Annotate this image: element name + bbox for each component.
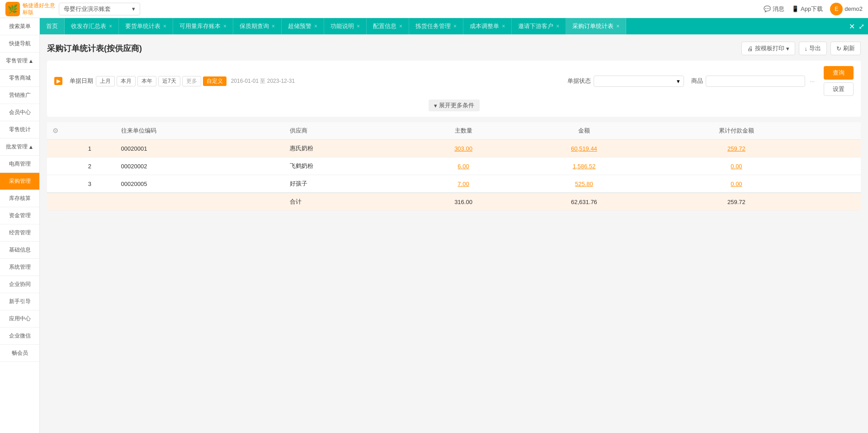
query-button[interactable]: 查询 [824,66,854,80]
date-shortcuts: 上月 本月 本年 近7天 更多 自定义 [96,76,226,86]
tab-cost-adjust[interactable]: 成本调整单 × [463,18,512,34]
status-filter-label: 单据状态 [567,77,591,85]
download-icon: 📱 [792,5,799,12]
more-filters-icon[interactable]: ··· [808,78,816,85]
column-settings-icon[interactable]: ⚙ [52,127,58,134]
sidebar-item-finance[interactable]: 资金管理 [0,207,39,224]
tab-close-icon[interactable]: × [616,23,619,29]
sidebar-item-inventory[interactable]: 库存核算 [0,190,39,207]
date-btn-more[interactable]: 更多 [182,76,201,86]
date-custom-tag[interactable]: 自定义 [203,76,226,86]
app-logo-text: 畅捷通好生意 标版 [23,2,55,15]
top-bar: 🌿 畅捷通好生意 标版 母婴行业演示账套 ▾ 💬 消息 📱 App下载 E de… [0,0,868,18]
chevron-icon: ▲ [28,144,34,150]
settings-button[interactable]: 设置 [824,82,854,96]
sidebar-item-new-guide[interactable]: 新手引导 [0,293,39,310]
sidebar-item-enterprise-wechat[interactable]: 企业微信 [0,328,39,345]
tab-close-icon[interactable]: × [453,23,457,29]
top-bar-right: 💬 消息 📱 App下载 E demo2 [764,3,863,15]
tab-close-icon[interactable]: × [223,23,226,29]
chevron-down-icon: ▾ [677,78,680,85]
sidebar-item-quick-nav[interactable]: 快捷导航 [0,35,39,52]
filter-row-main: ▶ 单据日期 上月 本月 本年 近7天 更多 自定义 2016-01-01 至 … [54,66,854,96]
footer-main-qty-cell: 316.00 [410,193,516,211]
tab-close-icon[interactable]: × [314,23,317,29]
tab-overstock-warning[interactable]: 超储预警 × [282,18,324,34]
sidebar-item-retail-stats[interactable]: 零售统计 [0,121,39,138]
row-settings-cell [47,140,64,157]
filter-goods-item: 商品 ··· [691,76,816,87]
goods-search-input[interactable] [706,76,805,87]
sidebar-item-retail-mall[interactable]: 零售商城 [0,70,39,87]
tab-receive-summary[interactable]: 收发存汇总表 × [65,18,119,34]
tab-warranty-query[interactable]: 保质期查询 × [233,18,282,34]
tab-invite-downstream[interactable]: 邀请下游客户 × [512,18,566,34]
sidebar-item-purchase-mgmt[interactable]: 采购管理 [0,173,39,190]
row-amount: 60,519.44 [516,140,652,157]
tab-close-icon[interactable]: × [357,23,360,29]
tab-bar-end: ✕ ⤢ [845,22,868,31]
filter-date-item: 单据日期 上月 本月 本年 近7天 更多 自定义 2016-01-01 至 20… [70,76,295,86]
sidebar-item-ecommerce[interactable]: 电商管理 [0,156,39,173]
tab-config-info[interactable]: 配置信息 × [367,18,409,34]
table-footer-row: 合计 316.00 62,631.76 259.72 [47,193,861,211]
col-supplier-header: 供应商 [284,122,410,140]
row-amount: 525.80 [516,175,652,193]
expand-more-filters-button[interactable]: ▾ 展开更多条件 [429,100,480,111]
row-main-qty: 6.00 [410,157,516,175]
user-profile[interactable]: E demo2 [830,3,863,15]
sidebar-item-search[interactable]: 搜索菜单 [0,18,39,35]
sidebar-item-operations[interactable]: 经营管理 [0,224,39,242]
date-btn-this-year[interactable]: 本年 [137,76,156,86]
sidebar-item-sys-mgmt[interactable]: 系统管理 [0,259,39,276]
tab-purchase-order-summary[interactable]: 采购订单统计表 × [566,18,626,34]
tab-close-icon[interactable]: × [502,23,505,29]
sidebar-item-member-center[interactable]: 会员中心 [0,104,39,121]
tab-maximize-button[interactable]: ⤢ [859,22,864,31]
refresh-button[interactable]: ↻ 刷新 [830,42,861,55]
tab-close-icon[interactable]: × [109,23,112,29]
page-actions: 🖨 按模板打印 ▾ ↓ 导出 ↻ 刷新 [741,42,861,55]
tab-function-desc[interactable]: 功能说明 × [324,18,367,34]
sidebar-item-basics[interactable]: 基础信息 [0,242,39,259]
row-unit-code: 00020001 [116,140,285,157]
tab-picking-task[interactable]: 拣货任务管理 × [409,18,463,34]
footer-settings-cell [47,193,64,211]
row-seq: 1 [64,140,116,157]
sidebar-item-app-center[interactable]: 应用中心 [0,310,39,328]
sidebar: 搜索菜单 快捷导航 零售管理 ▲ 零售商城 营销推广 会员中心 零售统计 批发管… [0,18,40,433]
workspace-selector[interactable]: 母婴行业演示账套 ▾ [59,3,140,15]
app-download-button[interactable]: 📱 App下载 [792,5,823,13]
main-layout: 搜索菜单 快捷导航 零售管理 ▲ 零售商城 营销推广 会员中心 零售统计 批发管… [0,18,868,433]
sidebar-item-wholesale-mgmt[interactable]: 批发管理 ▲ [0,138,39,156]
footer-extra-cell [821,193,861,211]
date-btn-last-7-days[interactable]: 近7天 [158,76,180,86]
tab-close-icon[interactable]: × [272,23,275,29]
tab-close-icon[interactable]: × [556,23,559,29]
sidebar-item-enterprise-coop[interactable]: 企业协同 [0,276,39,293]
tab-home[interactable]: 首页 [40,18,65,34]
sidebar-item-vip[interactable]: 畅会员 [0,345,39,362]
tab-goods-summary[interactable]: 要货单统计表 × [119,18,173,34]
message-button[interactable]: 💬 消息 [764,5,784,13]
row-paid-amount: 0.00 [652,175,821,193]
export-icon: ↓ [805,45,808,52]
row-amount: 1,586.52 [516,157,652,175]
tab-close-icon[interactable]: × [399,23,402,29]
sidebar-item-marketing[interactable]: 营销推广 [0,87,39,104]
export-button[interactable]: ↓ 导出 [799,42,827,55]
template-print-button[interactable]: 🖨 按模板打印 ▾ [741,42,795,55]
status-select[interactable]: ▾ [594,76,684,87]
row-paid-amount: 259.72 [652,140,821,157]
chevron-icon: ▲ [28,58,34,64]
content-area: 采购订单统计表(按供应商) 🖨 按模板打印 ▾ ↓ 导出 ↻ 刷新 [40,34,868,433]
date-btn-this-month[interactable]: 本月 [117,76,136,86]
tab-close-icon[interactable]: × [163,23,166,29]
tab-available-stock[interactable]: 可用量库存账本 × [173,18,233,34]
chevron-down-icon: ▾ [786,45,789,52]
page-title: 采购订单统计表(按供应商) [47,43,142,54]
tab-close-all-button[interactable]: ✕ [849,22,855,31]
date-btn-last-month[interactable]: 上月 [96,76,115,86]
sidebar-item-retail-mgmt[interactable]: 零售管理 ▲ [0,52,39,70]
filter-toggle[interactable]: ▶ [54,77,62,85]
